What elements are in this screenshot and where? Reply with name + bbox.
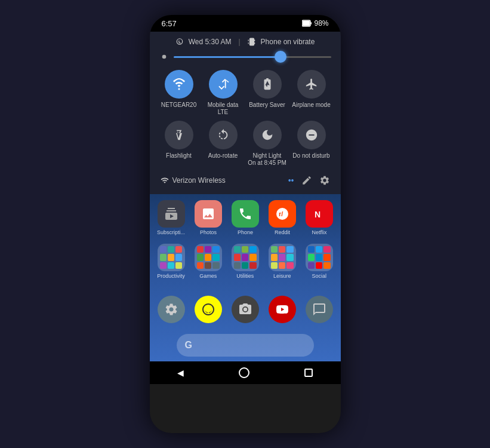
tile-dnd[interactable]: Do not disturb <box>292 121 331 167</box>
panel-actions: •• <box>288 175 330 186</box>
rotate-icon <box>217 128 230 142</box>
app-netflix[interactable]: N Netflix <box>306 200 333 235</box>
folder-social[interactable]: Social <box>306 244 333 279</box>
status-right: 98% <box>302 19 328 27</box>
subscriptions-label: Subscripti... <box>157 229 185 235</box>
folder-leisure[interactable]: Leisure <box>269 244 296 279</box>
airplane-label: Airplane mode <box>292 102 330 109</box>
messages-app-icon <box>306 296 333 323</box>
netflix-icon-bg: N <box>306 200 333 228</box>
flashlight-label: Flashlight <box>166 152 192 159</box>
battery-saver-icon <box>261 78 274 91</box>
settings-app-icon <box>158 296 185 323</box>
dock-youtube[interactable] <box>269 296 296 323</box>
tile-night-light[interactable]: Night Light On at 8:45 PM <box>248 121 287 167</box>
settings-icon[interactable] <box>319 175 330 186</box>
brightness-slider[interactable] <box>174 56 331 58</box>
app-row-1: Subscripti... Photos Phone r/ Reddit <box>150 197 341 239</box>
airplane-icon <box>305 78 318 91</box>
app-photos[interactable]: Photos <box>195 200 222 235</box>
flashlight-tile-icon <box>165 121 193 149</box>
night-light-label: Night Light On at 8:45 PM <box>248 152 286 167</box>
battery-percent: 98% <box>314 19 328 27</box>
home-screen: Subscripti... Photos Phone r/ Reddit <box>150 194 341 361</box>
reddit-label: Reddit <box>275 229 290 235</box>
leisure-folder-icon <box>269 244 296 271</box>
dock-snapchat[interactable] <box>195 296 222 323</box>
tile-flashlight[interactable]: Flashlight <box>159 121 199 167</box>
tile-auto-rotate[interactable]: Auto-rotate <box>204 121 243 167</box>
home-button[interactable] <box>239 367 249 378</box>
productivity-label: Productivity <box>157 273 185 279</box>
search-bar[interactable]: G <box>177 334 314 357</box>
mobile-data-label: Mobile data LTE <box>208 102 239 116</box>
dock-settings[interactable] <box>158 296 185 323</box>
social-label: Social <box>312 273 327 279</box>
nav-bar: ◀ <box>150 361 341 384</box>
dnd-label: Do not disturb <box>292 152 329 159</box>
app-phone[interactable]: Phone <box>232 200 259 235</box>
dnd-tile-icon <box>297 121 326 149</box>
games-label: Games <box>199 273 217 279</box>
subscriptions-icon <box>158 200 185 228</box>
snapchat-app-icon <box>195 296 222 323</box>
camera-app-icon <box>232 296 259 323</box>
recent-apps-button[interactable] <box>304 369 313 377</box>
signal-icon <box>161 176 169 185</box>
svg-rect-1 <box>310 22 312 24</box>
notification-info-row: Wed 5:30 AM | Phone on vibrate <box>159 38 331 46</box>
photos-label: Photos <box>200 229 217 235</box>
dock-messages[interactable] <box>306 296 333 323</box>
carrier-info: Verizon Wireless <box>161 176 226 185</box>
netflix-label: Netflix <box>312 229 327 235</box>
brightness-thumb <box>275 51 286 63</box>
flashlight-icon <box>173 129 185 141</box>
folder-row: Productivity Games <box>150 240 341 283</box>
folder-utilities[interactable]: Utilities <box>232 244 259 279</box>
utilities-folder-icon <box>232 244 259 271</box>
wifi-label: NETGEAR20 <box>161 102 196 109</box>
tile-wifi[interactable]: NETGEAR20 <box>159 70 199 116</box>
productivity-folder-icon <box>158 244 185 271</box>
utilities-label: Utilities <box>236 273 254 279</box>
youtube-app-icon <box>269 296 296 323</box>
carrier-text: Verizon Wireless <box>172 176 226 185</box>
wifi-tile-icon <box>165 70 193 99</box>
tiles-grid-top: NETGEAR20 Mobile data LTE Battery Sa <box>159 70 331 116</box>
battery-icon <box>302 20 312 27</box>
battery-saver-tile-icon <box>253 70 282 99</box>
tile-mobile-data[interactable]: Mobile data LTE <box>204 70 243 116</box>
dock-camera[interactable] <box>232 296 259 323</box>
auto-rotate-label: Auto-rotate <box>208 152 238 159</box>
battery-saver-label: Battery Saver <box>249 102 285 109</box>
dots-indicator: •• <box>288 176 294 185</box>
wifi-icon <box>172 77 186 91</box>
vibrate-icon <box>248 38 256 46</box>
notification-panel: Wed 5:30 AM | Phone on vibrate <box>150 32 341 194</box>
panel-bottom: Verizon Wireless •• <box>159 175 331 186</box>
alarm-text: Wed 5:30 AM <box>189 38 232 46</box>
tiles-grid-bottom: Flashlight Auto-rotate Night Light O <box>159 121 331 167</box>
reddit-icon-bg: r/ <box>269 200 296 228</box>
folder-games[interactable]: Games <box>195 244 222 279</box>
night-light-tile-icon <box>253 121 282 149</box>
night-icon <box>261 128 274 142</box>
vibrate-text: Phone on vibrate <box>261 38 315 46</box>
phone-label: Phone <box>238 229 253 235</box>
leisure-label: Leisure <box>273 273 291 279</box>
tile-battery-saver[interactable]: Battery Saver <box>248 70 287 116</box>
app-subscriptions[interactable]: Subscripti... <box>157 200 185 235</box>
back-button[interactable]: ◀ <box>177 368 184 378</box>
folder-productivity[interactable]: Productivity <box>157 244 185 279</box>
tile-airplane-mode[interactable]: Airplane mode <box>292 70 331 116</box>
dock-row <box>150 292 341 327</box>
edit-icon[interactable] <box>301 175 312 186</box>
status-time: 6:57 <box>162 19 177 28</box>
app-reddit[interactable]: r/ Reddit <box>269 200 296 235</box>
phone-icon-bg <box>232 200 259 228</box>
svg-text:N: N <box>315 210 320 219</box>
phone-frame: 6:57 98% Wed 5:30 AM | Phone on vibrate <box>150 15 341 433</box>
airplane-tile-icon <box>297 70 326 99</box>
status-bar: 6:57 98% <box>150 15 341 32</box>
brightness-row <box>159 52 331 62</box>
